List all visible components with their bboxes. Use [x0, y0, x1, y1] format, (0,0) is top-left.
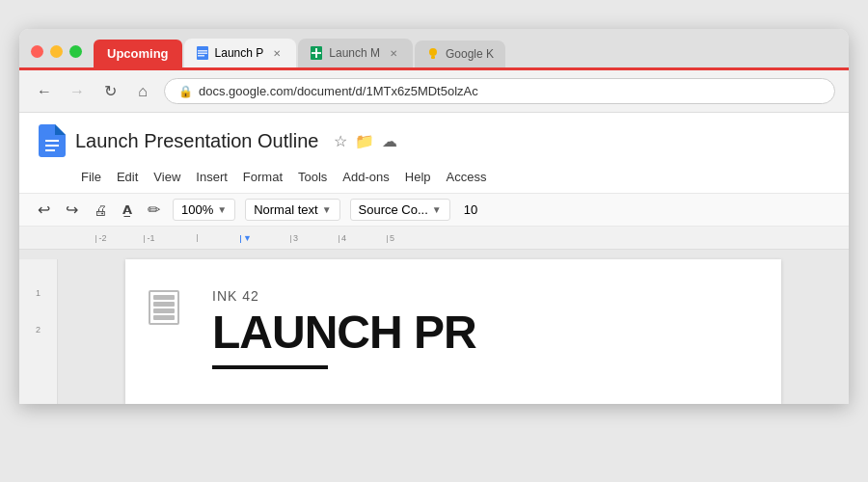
google-docs-icon: [39, 124, 66, 157]
style-value: Normal text: [254, 202, 317, 217]
tab-favicon-plus: [310, 46, 323, 60]
address-bar-row: ← → ↻ ⌂ 🔒 docs.google.com/document/d/1MT…: [19, 70, 849, 113]
ruler-mark: 4: [318, 233, 366, 243]
tab-label: Launch P: [215, 46, 264, 60]
undo-button[interactable]: ↩: [35, 199, 53, 221]
ruler-mark: [174, 234, 222, 242]
font-dropdown[interactable]: Source Co... ▼: [350, 199, 450, 221]
font-value: Source Co...: [359, 202, 428, 217]
svg-rect-9: [45, 140, 59, 142]
home-button[interactable]: ⌂: [131, 80, 154, 103]
ruler-mark-2: 2: [36, 325, 41, 335]
ruler-mark: -2: [77, 233, 125, 243]
menu-tools[interactable]: Tools: [290, 167, 335, 187]
svg-point-7: [429, 48, 437, 56]
font-size: 10: [464, 202, 477, 217]
ruler-inner: -2 -1 ▼ 3 4 5: [77, 233, 849, 243]
lock-icon: 🔒: [178, 85, 193, 98]
menu-access[interactable]: Access: [439, 167, 495, 187]
cursor-button[interactable]: ✏: [145, 199, 163, 221]
close-button[interactable]: [31, 45, 43, 58]
tab-close-icon[interactable]: ✕: [269, 45, 285, 61]
tabs-area: Upcoming Launch P ✕: [94, 39, 837, 67]
tab-launch-p[interactable]: Launch P ✕: [184, 39, 297, 67]
ruler-mark: ▼: [222, 233, 270, 243]
doc-title: Launch Presentation Outline: [75, 130, 318, 152]
tab-favicon-lightbulb: [426, 47, 440, 61]
doc-title-row: Launch Presentation Outline ☆ 📁 ☁: [39, 124, 829, 165]
svg-rect-3: [198, 55, 204, 57]
style-arrow-icon: ▼: [322, 204, 332, 215]
svg-rect-11: [45, 149, 55, 151]
ruler: -2 -1 ▼ 3 4 5: [19, 227, 849, 250]
tab-launch-m[interactable]: Launch M ✕: [298, 39, 413, 67]
doc-header: Launch Presentation Outline ☆ 📁 ☁ File E…: [19, 113, 849, 193]
back-button[interactable]: ←: [33, 80, 56, 103]
url-text: docs.google.com/document/d/1MTx6z5MDt5ol…: [199, 84, 821, 98]
doc-underline-bar: [212, 365, 328, 369]
style-dropdown[interactable]: Normal text ▼: [245, 199, 339, 221]
cloud-icon: ☁: [382, 132, 397, 150]
doc-area: Launch Presentation Outline ☆ 📁 ☁ File E…: [19, 113, 849, 404]
ruler-mark-1: 1: [36, 288, 41, 298]
menu-bar: File Edit View Insert Format Tools Add-o…: [39, 165, 829, 193]
svg-rect-2: [198, 53, 207, 55]
menu-addons[interactable]: Add-ons: [335, 167, 396, 187]
minimize-button[interactable]: [50, 45, 63, 58]
ruler-mark: -1: [125, 233, 174, 243]
tab-google-k[interactable]: Google K: [415, 40, 505, 67]
reload-button[interactable]: ↻: [98, 80, 122, 103]
doc-side-ruler: 1 2: [19, 259, 58, 404]
tab-label: Launch M: [329, 46, 380, 60]
doc-subtitle: INK 42: [212, 288, 743, 304]
doc-content-area: 1 2 INK 42 LAUNCH PR: [19, 250, 849, 404]
zoom-value: 100%: [181, 202, 213, 217]
title-bar: Upcoming Launch P ✕: [19, 29, 849, 67]
redo-button[interactable]: ↪: [63, 199, 81, 221]
page-icon: [145, 288, 183, 327]
tab-close-icon[interactable]: ✕: [386, 45, 401, 61]
tab-label: Upcoming: [107, 46, 169, 61]
menu-view[interactable]: View: [146, 167, 188, 187]
menu-format[interactable]: Format: [235, 167, 290, 187]
tab-favicon-docs: [196, 46, 209, 60]
font-arrow-icon: ▼: [432, 204, 442, 215]
ruler-mark: 5: [366, 233, 415, 243]
print-button[interactable]: 🖨: [91, 201, 110, 220]
ruler-mark: 3: [270, 233, 318, 243]
zoom-dropdown[interactable]: 100% ▼: [173, 199, 235, 221]
tab-label: Google K: [446, 47, 494, 61]
doc-title-icons: ☆ 📁 ☁: [334, 132, 397, 150]
toolbar: ↩ ↪ 🖨 A̲ ✏ 100% ▼ Normal text ▼ Source C…: [19, 193, 849, 227]
menu-edit[interactable]: Edit: [109, 167, 146, 187]
svg-rect-6: [312, 52, 321, 54]
menu-insert[interactable]: Insert: [188, 167, 235, 187]
tab-upcoming[interactable]: Upcoming: [94, 40, 182, 67]
doc-main-title: LAUNCH PR: [212, 309, 743, 356]
address-input-wrap[interactable]: 🔒 docs.google.com/document/d/1MTx6z5MDt5…: [164, 78, 835, 104]
zoom-arrow-icon: ▼: [217, 204, 227, 215]
star-icon[interactable]: ☆: [334, 132, 347, 150]
svg-rect-8: [431, 56, 435, 59]
forward-button[interactable]: →: [66, 80, 89, 103]
maximize-button[interactable]: [69, 45, 82, 58]
paint-format-button[interactable]: A̲: [120, 201, 135, 219]
doc-text-content: INK 42 LAUNCH PR: [164, 288, 743, 369]
browser-window: Upcoming Launch P ✕: [19, 29, 849, 404]
menu-file[interactable]: File: [73, 167, 109, 187]
svg-rect-10: [45, 145, 59, 147]
menu-help[interactable]: Help: [397, 167, 439, 187]
svg-rect-1: [198, 50, 207, 52]
window-controls: [31, 45, 94, 67]
doc-page: INK 42 LAUNCH PR: [125, 259, 781, 404]
folder-icon[interactable]: 📁: [355, 132, 374, 150]
